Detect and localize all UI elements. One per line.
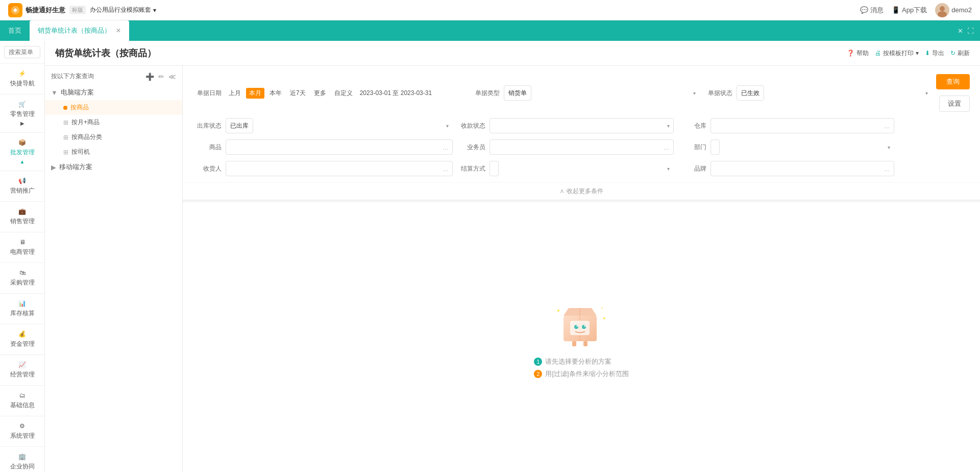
tip-text-2: 用[过滤]条件来缩小分析范围 [545,369,628,379]
tree-grid-icon-1: ⊞ [63,119,68,126]
help-button[interactable]: ❓ 帮助 [847,49,869,58]
message-button[interactable]: 💬 消息 [860,6,884,15]
tree-item-driver[interactable]: ⊞ 按司机 [45,145,182,159]
window-maximize-icon[interactable]: ⛶ [967,27,974,35]
staff-label: 业务员 [457,143,485,152]
action-buttons: 查询 设置 [936,74,970,112]
empty-tips: 1 请先选择要分析的方案 2 用[过滤]条件来缩小分析范围 [534,357,628,382]
brand-dots[interactable]: ... [884,165,890,173]
filter-payment-status: 收款状态 ▾ [457,118,673,133]
tree-folder-mobile[interactable]: ▶ 移动端方案 [45,159,182,175]
user-menu[interactable]: demo2 [935,3,972,17]
sidebar-item-marketing[interactable]: 📢 营销推广 [0,171,44,202]
topbar: 畅捷通好生意 标版 办公用品行业模拟账套 ▾ 💬 消息 📱 App下载 demo… [0,0,980,20]
sidebar-item-ecommerce[interactable]: 🖥 电商管理 [0,232,44,263]
sidebar-item-inventory[interactable]: 📊 库存核算 [0,294,44,324]
message-icon: 💬 [860,6,868,14]
help-icon: ❓ [847,50,854,57]
goods-dots[interactable]: ... [443,144,448,151]
sidebar-item-purchase[interactable]: 🛍 采购管理 [0,263,44,294]
dept-select[interactable] [710,139,720,155]
date-tab-this-year[interactable]: 本年 [266,88,285,99]
marketing-icon: 📢 [18,177,26,184]
basics-icon: 🗂 [19,392,26,399]
doc-type-arrow-icon: ▾ [693,90,696,96]
staff-dots[interactable]: ... [664,144,669,151]
tree-item-product-cat[interactable]: ⊞ 按商品分类 [45,130,182,145]
tree-active-dot-icon [63,106,67,110]
settings-button[interactable]: 设置 [939,96,970,112]
date-label: 单据日期 [193,89,222,98]
sidebar-item-system[interactable]: ⚙ 系统管理 [0,416,44,447]
tab-sales-stat[interactable]: 销货单统计表（按商品） ✕ [30,20,129,41]
tip-text-1: 请先选择要分析的方案 [545,357,611,366]
sidebar-item-operations[interactable]: 📈 经营管理 [0,355,44,386]
collapse-panel-button[interactable]: ≪ [168,73,176,81]
filter-doc-type: 单据类型 销货单 ▾ [471,85,700,101]
date-tab-custom[interactable]: 自定义 [331,88,356,99]
tab-close-icon[interactable]: ✕ [116,27,121,34]
doc-type-select[interactable]: 销货单 [504,85,531,101]
date-tab-this-month[interactable]: 本月 [246,88,264,99]
window-close-icon[interactable]: ✕ [958,27,963,35]
retail-arrow-icon: ▶ [20,121,24,126]
add-scheme-button[interactable]: ➕ [145,73,154,81]
svg-point-13 [557,310,559,312]
enterprise-icon: 🏢 [18,453,26,460]
tab-home[interactable]: 首页 [0,20,30,41]
sidebar-item-finance[interactable]: 💰 资金管理 [0,324,44,355]
refresh-icon: ↻ [950,50,955,57]
app-download-button[interactable]: 📱 App下载 [892,6,927,15]
doc-status-select[interactable]: 已生效 [737,85,764,101]
filter-row-4: 收货人 ... 结算方式 [193,161,970,176]
print-button[interactable]: 🖨 按模板打印 ▾ [875,49,919,58]
collapse-bar[interactable]: ∧ 收起更多条件 [183,182,980,200]
main-layout: ⚡ 快捷导航 🛒 零售管理 ▶ 📦 批发管理 ▲ 📢 营销推广 💼 销售管理 🖥… [0,41,980,472]
sales-icon: 💼 [18,208,26,215]
workspace-selector[interactable]: 办公用品行业模拟账套 ▾ [90,6,156,14]
page-header: 销货单统计表（按商品） ❓ 帮助 🖨 按模板打印 ▾ ⬇ 导出 ↻ 刷新 [45,41,980,66]
settlement-select[interactable] [489,161,499,176]
tree-item-month-product[interactable]: ⊞ 按月+商品 [45,115,182,130]
tree-grid-icon-3: ⊞ [63,149,68,156]
date-tab-7days[interactable]: 近7天 [287,88,309,99]
tip-num-2: 2 [534,370,542,378]
payment-status-input[interactable] [489,118,673,133]
search-input[interactable] [4,46,40,58]
refresh-button[interactable]: ↻ 刷新 [950,49,970,58]
payment-arrow-icon: ▾ [667,123,670,129]
left-panel-actions: ➕ ✏ ≪ [145,73,176,81]
date-tab-last-month[interactable]: 上月 [226,88,244,99]
empty-illustration [551,293,612,349]
warehouse-dots[interactable]: ... [884,122,890,130]
tree-item-by-product[interactable]: 按商品 [45,100,182,115]
sidebar-item-wholesale[interactable]: 📦 批发管理 ▲ [0,133,44,171]
brand-input-wrapper: ... [710,161,894,176]
doc-type-select-wrapper: 销货单 ▾ [504,85,700,101]
svg-rect-11 [572,341,576,346]
out-status-select[interactable]: 已出库 [226,118,253,133]
sidebar-item-basics[interactable]: 🗂 基础信息 [0,386,44,416]
svg-point-10 [584,325,585,327]
sidebar-item-sales[interactable]: 💼 销售管理 [0,202,44,232]
receiver-dots[interactable]: ... [443,165,448,173]
tree-month-product-label: 按月+商品 [71,118,100,127]
operations-icon: 📈 [18,361,26,368]
tree-grid-icon-2: ⊞ [63,134,68,141]
date-tab-more[interactable]: 更多 [311,88,329,99]
edit-scheme-button[interactable]: ✏ [158,73,164,81]
logo-icon [8,3,22,17]
export-button[interactable]: ⬇ 导出 [925,49,944,58]
filter-brand: 品牌 ... [678,161,894,176]
filter-warehouse: 仓库 ... [678,118,894,133]
warehouse-input-wrapper: ... [710,118,894,133]
sidebar-item-retail[interactable]: 🛒 零售管理 ▶ [0,95,44,133]
ecommerce-icon: 🖥 [19,239,26,246]
tree-folder-pc[interactable]: ▼ 电脑端方案 [45,85,182,100]
tree-product-cat-label: 按商品分类 [71,133,102,141]
sidebar-item-nav[interactable]: ⚡ 快捷导航 [0,64,44,95]
sidebar-item-enterprise[interactable]: 🏢 企业协同 [0,447,44,472]
left-panel-title: 按以下方案查询 [51,72,94,81]
filter-settlement: 结算方式 ▾ [457,161,673,176]
query-button[interactable]: 查询 [936,74,970,89]
